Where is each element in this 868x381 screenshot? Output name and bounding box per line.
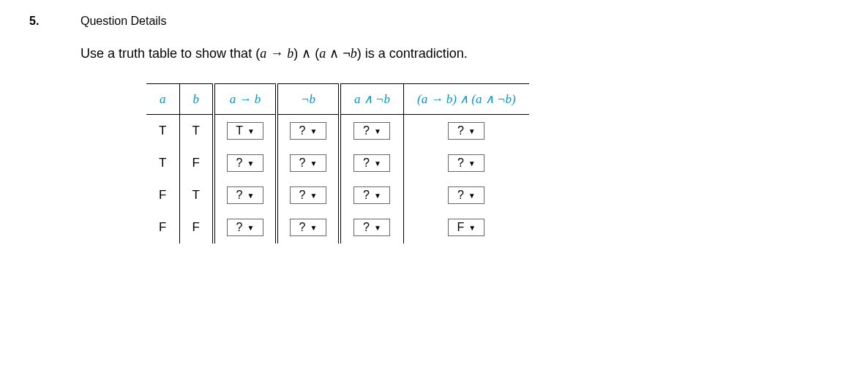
caret-down-icon: ▼ <box>374 192 381 200</box>
prompt-b: b <box>287 46 293 61</box>
table-row: T T T▼ ?▼ ?▼ ?▼ <box>146 115 529 148</box>
question-prompt: Use a truth table to show that (a → b) ∧… <box>81 45 839 61</box>
select-r0-c6[interactable]: ?▼ <box>448 122 484 140</box>
caret-down-icon: ▼ <box>374 224 381 232</box>
select-value: F <box>457 221 464 234</box>
select-value: ? <box>299 221 306 234</box>
select-value: ? <box>299 189 306 202</box>
header-row: a b a → b ¬b a ∧ ¬b (a → b) ∧ (a ∧ ¬b) <box>146 84 529 115</box>
select-value: ? <box>457 189 464 202</box>
select-r0-c4[interactable]: ?▼ <box>290 122 326 140</box>
prompt-mid: ) ∧ ( <box>293 46 319 61</box>
select-r1-c5[interactable]: ?▼ <box>353 154 390 172</box>
select-r3-c6[interactable]: F▼ <box>448 219 484 236</box>
prompt-pre: Use a truth table to show that ( <box>81 46 260 61</box>
prompt-and: ∧ ¬ <box>326 46 351 61</box>
cell-a: T <box>146 115 179 148</box>
select-r3-c5[interactable]: ?▼ <box>353 219 390 236</box>
select-r2-c3[interactable]: ?▼ <box>227 186 263 204</box>
select-value: T <box>236 124 243 137</box>
cell-b: T <box>179 115 214 148</box>
truth-table: a b a → b ¬b a ∧ ¬b (a → b) ∧ (a ∧ ¬b) T… <box>146 83 529 244</box>
prompt-a2: a <box>319 46 326 61</box>
header-b: b <box>179 84 214 115</box>
table-row: F F ?▼ ?▼ ?▼ F▼ <box>146 211 529 244</box>
table-row: T F ?▼ ?▼ ?▼ ?▼ <box>146 147 529 179</box>
cell-a: F <box>146 179 179 211</box>
select-r1-c3[interactable]: ?▼ <box>227 154 263 172</box>
prompt-a: a <box>260 46 266 61</box>
select-r2-c4[interactable]: ?▼ <box>290 186 326 204</box>
select-value: ? <box>457 156 464 170</box>
select-r0-c3[interactable]: T▼ <box>227 122 263 140</box>
header-and-notb: a ∧ ¬b <box>340 84 403 115</box>
caret-down-icon: ▼ <box>468 224 476 232</box>
question-details-label: Question Details <box>81 15 839 28</box>
caret-down-icon: ▼ <box>374 159 381 167</box>
header-implies: a → b <box>214 84 277 115</box>
caret-down-icon: ▼ <box>247 127 255 135</box>
header-full: (a → b) ∧ (a ∧ ¬b) <box>403 84 528 115</box>
select-r2-c5[interactable]: ?▼ <box>353 186 390 204</box>
select-value: ? <box>457 124 464 137</box>
prompt-b2: b <box>351 46 357 61</box>
select-value: ? <box>363 189 370 202</box>
cell-b: F <box>179 211 214 244</box>
select-value: ? <box>299 156 306 170</box>
caret-down-icon: ▼ <box>310 192 318 200</box>
select-value: ? <box>363 221 370 234</box>
caret-down-icon: ▼ <box>468 192 476 200</box>
caret-down-icon: ▼ <box>247 224 255 232</box>
select-value: ? <box>236 156 243 170</box>
cell-a: T <box>146 147 179 179</box>
caret-down-icon: ▼ <box>468 127 476 135</box>
prompt-arrow: → <box>266 46 287 61</box>
prompt-post: ) is a contradiction. <box>357 46 468 61</box>
select-value: ? <box>236 221 243 234</box>
table-row: F T ?▼ ?▼ ?▼ ?▼ <box>146 179 529 211</box>
select-value: ? <box>363 124 370 137</box>
cell-b: T <box>179 179 214 211</box>
select-value: ? <box>299 124 306 137</box>
header-notb: ¬b <box>277 84 340 115</box>
question-number: 5. <box>29 15 51 244</box>
select-r1-c6[interactable]: ?▼ <box>448 154 484 172</box>
caret-down-icon: ▼ <box>310 127 318 135</box>
caret-down-icon: ▼ <box>374 127 381 135</box>
select-r1-c4[interactable]: ?▼ <box>290 154 326 172</box>
caret-down-icon: ▼ <box>247 159 255 167</box>
select-r3-c3[interactable]: ?▼ <box>227 219 263 236</box>
select-value: ? <box>236 189 243 202</box>
header-a: a <box>146 84 179 115</box>
select-r0-c5[interactable]: ?▼ <box>353 122 390 140</box>
caret-down-icon: ▼ <box>247 192 255 200</box>
cell-b: F <box>179 147 214 179</box>
caret-down-icon: ▼ <box>468 159 476 167</box>
select-r2-c6[interactable]: ?▼ <box>448 186 484 204</box>
select-value: ? <box>363 156 370 170</box>
caret-down-icon: ▼ <box>310 159 318 167</box>
caret-down-icon: ▼ <box>310 224 318 232</box>
cell-a: F <box>146 211 179 244</box>
select-r3-c4[interactable]: ?▼ <box>290 219 326 236</box>
